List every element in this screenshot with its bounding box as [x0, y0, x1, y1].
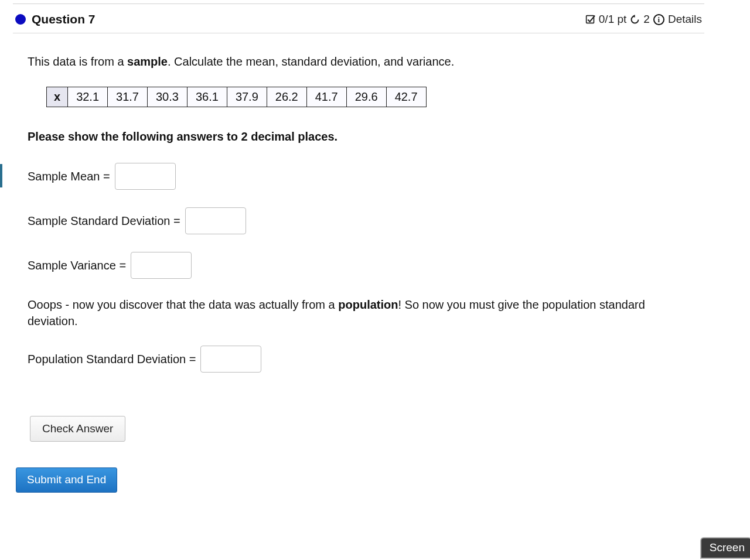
prompt-pre: This data is from a [28, 55, 127, 68]
sample-mean-row: Sample Mean = [28, 163, 738, 190]
question-status-bullet-icon [15, 14, 26, 25]
population-note: Ooops - now you discover that the data w… [28, 296, 649, 329]
retry-icon [630, 15, 640, 25]
screenshot-corner-tab[interactable]: Screen [700, 537, 750, 559]
checkbox-icon [585, 15, 595, 25]
score-text: 0/1 pt [599, 13, 627, 26]
check-answer-button[interactable]: Check Answer [30, 416, 125, 442]
question-content: This data is from a sample. Calculate th… [1, 33, 738, 493]
population-stddev-input[interactable] [200, 346, 261, 373]
sample-mean-input[interactable] [115, 163, 176, 190]
sample-variance-input[interactable] [131, 252, 192, 279]
population-stddev-row: Population Standard Deviation = [28, 346, 738, 373]
data-cell: 37.9 [227, 87, 267, 107]
data-cell: 30.3 [148, 87, 188, 107]
sample-variance-label: Sample Variance = [28, 257, 126, 274]
score-area: 0/1 pt 2 i Details [585, 13, 704, 26]
info-icon[interactable]: i [653, 14, 664, 25]
sample-stddev-row: Sample Standard Deviation = [28, 207, 738, 234]
page-wrapper: Question 7 0/1 pt 2 i Details This [0, 0, 738, 560]
table-row: x 32.1 31.7 30.3 36.1 37.9 26.2 41.7 29.… [47, 87, 427, 107]
data-cell: 41.7 [306, 87, 346, 107]
sample-stddev-label: Sample Standard Deviation = [28, 213, 180, 230]
popnote-pre: Ooops - now you discover that the data w… [28, 298, 338, 311]
question-header: Question 7 0/1 pt 2 i Details [13, 4, 704, 33]
data-cell: 36.1 [187, 87, 227, 107]
question-title: Question 7 [32, 12, 96, 26]
data-table: x 32.1 31.7 30.3 36.1 37.9 26.2 41.7 29.… [46, 87, 427, 107]
sample-variance-row: Sample Variance = [28, 252, 738, 279]
popnote-bold: population [338, 298, 398, 311]
submit-and-end-button[interactable]: Submit and End [16, 467, 117, 493]
prompt-bold: sample [127, 55, 168, 68]
data-cell: 29.6 [346, 87, 386, 107]
retries-count: 2 [643, 13, 650, 26]
instructions-text: Please show the following answers to 2 d… [28, 128, 738, 145]
population-stddev-label: Population Standard Deviation = [28, 351, 196, 368]
data-label-cell: x [47, 87, 68, 107]
prompt-post: . Calculate the mean, standard deviation… [168, 55, 454, 68]
sample-stddev-input[interactable] [185, 207, 246, 234]
data-cell: 26.2 [267, 87, 306, 107]
left-edge-decoration [0, 164, 2, 187]
data-cell: 32.1 [68, 87, 108, 107]
data-cell: 42.7 [386, 87, 426, 107]
sample-mean-label: Sample Mean = [28, 168, 110, 185]
data-cell: 31.7 [108, 87, 148, 107]
question-title-area: Question 7 [13, 12, 96, 26]
prompt-text: This data is from a sample. Calculate th… [28, 53, 738, 70]
details-link[interactable]: Details [668, 13, 702, 26]
